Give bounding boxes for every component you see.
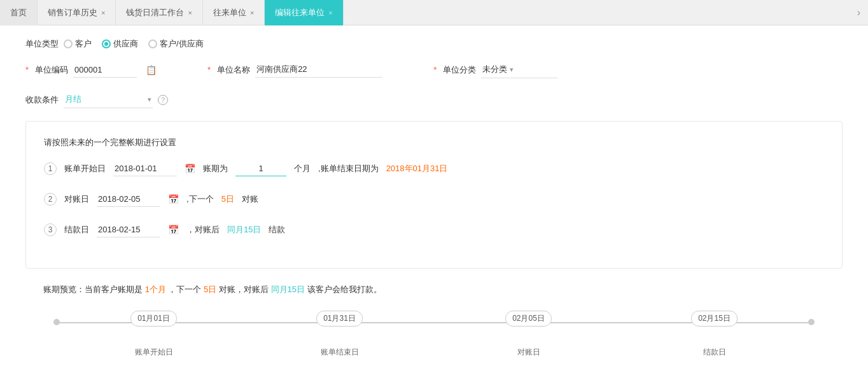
payment-suffix-highlight: 同月15日: [227, 224, 261, 236]
category-select[interactable]: 未分类 ▾: [481, 61, 557, 78]
category-arrow-icon: ▾: [510, 66, 514, 74]
tab-edit-partner[interactable]: 编辑往来单位 ×: [265, 0, 343, 25]
payment-label: 收款条件: [25, 94, 59, 106]
category-required: *: [433, 65, 437, 74]
code-calendar-icon[interactable]: 📋: [146, 65, 157, 75]
preview-highlight3: 同月15日: [271, 285, 305, 294]
timeline-point-4: 02月15日 结款日: [623, 311, 812, 358]
preview-mid2: 对账，对账后: [219, 285, 269, 294]
preview-prefix: 账期预览：当前客户账期是: [43, 285, 143, 294]
name-required: *: [207, 65, 211, 74]
timeline-badge-2: 01月31日: [316, 311, 363, 327]
tab-sales-history[interactable]: 销售订单历史 ×: [38, 0, 116, 25]
tab-home[interactable]: 首页: [0, 0, 38, 25]
tab-cash-work[interactable]: 钱货日清工作台 ×: [116, 0, 202, 25]
timeline-end-dot: [808, 319, 815, 325]
preview-highlight2: 5日: [204, 285, 216, 294]
payment-suffix-post: 结款: [269, 224, 285, 236]
radio-customer-circle: [64, 39, 73, 48]
unit-type-label: 单位类型: [25, 38, 59, 50]
payment-help-icon[interactable]: ?: [158, 95, 168, 105]
radio-customer-label: 客户: [75, 38, 92, 50]
period-end-text: ,账单结束日期为: [318, 163, 379, 174]
payment-select[interactable]: 月结 ▾: [64, 91, 153, 108]
reconcile-suffix-highlight: 5日: [221, 194, 234, 205]
tab-partner-close[interactable]: ×: [250, 9, 254, 17]
code-group: * 单位编码 📋: [25, 62, 157, 78]
timeline-label-1: 账单开始日: [135, 347, 173, 358]
category-group: * 单位分类 未分类 ▾: [433, 61, 557, 78]
payment-group: 收款条件 月结 ▾ ?: [25, 91, 168, 108]
period-unit: 个月: [294, 163, 311, 174]
radio-both-circle: [148, 39, 157, 48]
radio-both[interactable]: 客户/供应商: [148, 38, 204, 50]
reconcile-date-cal-icon[interactable]: 📅: [168, 194, 179, 204]
payment-date-cal-icon[interactable]: 📅: [168, 225, 179, 235]
preview-section: 账期预览：当前客户账期是 1个月 ，下一个 5日 对账，对账后 同月15日 该客…: [25, 274, 843, 368]
name-label: 单位名称: [217, 64, 250, 76]
tab-bar: 首页 销售订单历史 × 钱货日清工作台 × 往来单位 × 编辑往来单位 × ›: [0, 0, 868, 25]
card-title: 请按照未来的一个完整帐期进行设置: [44, 137, 824, 148]
timeline-points: 01月01日 账单开始日 01月31日 账单结束日: [56, 311, 812, 358]
category-label: 单位分类: [443, 64, 476, 76]
row-number-2: 2: [44, 193, 57, 206]
tab-sales-history-close[interactable]: ×: [101, 9, 105, 17]
unit-type-row: 单位类型 客户 供应商 客户/供应商: [25, 38, 843, 50]
row-number-3: 3: [44, 223, 57, 236]
radio-supplier[interactable]: 供应商: [102, 38, 138, 50]
radio-supplier-label: 供应商: [113, 38, 138, 50]
timeline-label-2: 账单结束日: [321, 347, 359, 358]
row-label-3: 结款日: [64, 224, 89, 236]
timeline-badge-1: 01月01日: [130, 311, 177, 327]
start-date-input[interactable]: [113, 161, 177, 176]
timeline-badge-4: 02月15日: [691, 311, 738, 327]
setting-row-3: 3 结款日 📅 ，对账后 同月15日 结款: [44, 222, 824, 237]
name-input[interactable]: [255, 62, 382, 78]
unit-type-group: 单位类型 客户 供应商 客户/供应商: [25, 38, 204, 50]
tab-sales-history-label: 销售订单历史: [48, 7, 97, 18]
payment-suffix-pre: ，对账后: [186, 224, 220, 236]
timeline-badge-3: 02月05日: [505, 311, 552, 327]
row-number-1: 1: [44, 162, 57, 175]
setting-row-1: 1 账单开始日 📅 账期为 个月 ,账单结束日期为 2018年01月31日: [44, 161, 824, 176]
row-label-1: 账单开始日: [64, 163, 106, 174]
payment-arrow-icon: ▾: [148, 95, 151, 104]
setting-row-2: 2 对账日 📅 ,下一个 5日 对账: [44, 192, 824, 207]
main-content: 单位类型 客户 供应商 客户/供应商 * 单位编码: [0, 25, 868, 387]
code-label: 单位编码: [35, 64, 68, 76]
period-label: 账期为: [203, 163, 228, 174]
card-section: 请按照未来的一个完整帐期进行设置 1 账单开始日 📅 账期为 个月 ,账单结束日…: [25, 121, 843, 269]
code-name-category-row: * 单位编码 📋 * 单位名称 * 单位分类 未分类 ▾: [25, 61, 843, 78]
tab-home-label: 首页: [10, 7, 27, 18]
reconcile-suffix-pre: ,下一个: [186, 194, 214, 205]
radio-group: 客户 供应商 客户/供应商: [64, 38, 204, 50]
tab-partner-label: 往来单位: [213, 7, 246, 18]
tab-cash-work-close[interactable]: ×: [188, 9, 192, 17]
radio-supplier-circle: [102, 39, 111, 48]
reconcile-suffix-post: 对账: [242, 194, 258, 205]
code-required: *: [25, 65, 29, 74]
preview-highlight1: 1个月: [145, 285, 166, 294]
tab-edit-partner-label: 编辑往来单位: [275, 7, 325, 18]
timeline-point-2: 01月31日 账单结束日: [245, 311, 434, 358]
tab-partner[interactable]: 往来单位 ×: [203, 0, 265, 25]
payment-row: 收款条件 月结 ▾ ?: [25, 91, 843, 108]
radio-customer[interactable]: 客户: [64, 38, 92, 50]
reconcile-date-input[interactable]: [97, 192, 160, 207]
row-label-2: 对账日: [64, 194, 89, 205]
timeline-label-3: 对账日: [517, 347, 540, 358]
preview-suffix: 该客户会给我打款。: [307, 285, 382, 294]
timeline-point-3: 02月05日 对账日: [434, 311, 623, 358]
tab-edit-partner-close[interactable]: ×: [328, 9, 332, 17]
payment-date-input[interactable]: [97, 222, 160, 237]
period-input[interactable]: [235, 161, 286, 176]
tab-cash-work-label: 钱货日清工作台: [126, 7, 184, 18]
code-input[interactable]: [73, 62, 137, 78]
tab-more-arrow[interactable]: ›: [850, 0, 868, 25]
preview-text: 账期预览：当前客户账期是 1个月 ，下一个 5日 对账，对账后 同月15日 该客…: [43, 284, 825, 295]
preview-mid1: ，下一个: [168, 285, 201, 294]
start-date-cal-icon[interactable]: 📅: [185, 164, 195, 174]
category-value: 未分类: [482, 64, 507, 75]
timeline-start-dot: [53, 319, 60, 325]
payment-value: 月结: [65, 94, 145, 105]
